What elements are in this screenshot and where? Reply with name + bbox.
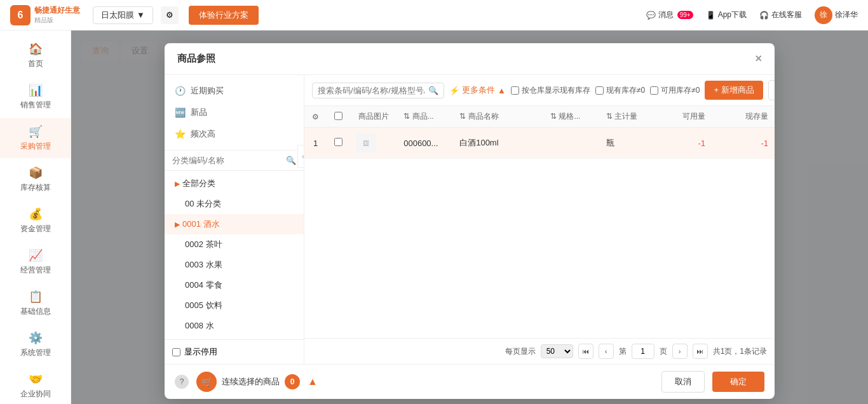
modal-right-panel: 🔍 ⚡ 更多条件 ▲ 按仓库显示现有库存 [304,75,775,364]
page-number-input[interactable] [632,344,654,359]
modal-close-button[interactable]: × [755,52,762,65]
sidebar-item-sales-label: 销售管理 [20,100,51,111]
footer-collapse-button[interactable]: ▲ [308,376,318,387]
new-product-tab[interactable]: 🆕 新品 [165,102,304,123]
row-code: 000600... [397,128,453,159]
col-name-header[interactable]: ⇅ 商品名称 [453,106,544,128]
sidebar-item-home[interactable]: 🏠 首页 [0,36,71,76]
main-content: 查询 设置 刷新 商品参照 × 🕐 [71,30,868,404]
help-button[interactable]: ? [175,375,189,389]
avail-stock-label: 可用库存≠0 [661,85,700,96]
add-product-button[interactable]: + 新增商品 [705,81,763,100]
category-search-input[interactable] [172,156,282,165]
category-item-0001[interactable]: ▶ 0001 酒水 [165,214,304,234]
customer-service-button[interactable]: 🎧 在线客服 [759,10,802,20]
row-settings: 1 [304,128,327,159]
user-menu[interactable]: 徐 徐泽华 [815,6,858,24]
select-all-checkbox[interactable] [334,112,342,120]
next-page-button[interactable]: › [672,344,688,359]
messages-badge: 99+ [677,11,693,19]
row-spec [544,128,600,159]
row-stock: -1 [712,128,775,159]
star-icon: ⭐ [175,129,186,139]
sort-icon: ⇅ [403,112,410,121]
modal-footer: ? 🛒 连续选择的商品 0 ▲ 取消 确定 [165,364,775,399]
logo-line1: 畅捷通好生意 [34,5,80,16]
refresh-button[interactable]: C 刷新 [768,80,775,100]
app-download-button[interactable]: 📱 App下载 [706,10,747,20]
category-0003-label: 0003 水果 [175,259,222,271]
clock-icon: 🕐 [175,86,186,96]
cart-count: 0 [285,374,300,389]
basic-icon: 📋 [29,290,43,304]
cancel-button[interactable]: 取消 [661,371,705,393]
per-page-select[interactable]: 50 100 200 [541,344,573,358]
arrow-0001-icon: ▶ [175,220,180,229]
sidebar-item-basic[interactable]: 📋 基础信息 [0,283,71,323]
sidebar-item-system-label: 系统管理 [20,347,51,358]
headset-icon: 🎧 [759,11,769,20]
category-item-0008[interactable]: 0008 水 [165,316,304,336]
col-avail-header[interactable]: 可用量 [649,106,712,128]
product-thumbnail: 🖼 [356,133,376,153]
frequent-tab[interactable]: ⭐ 频次高 [165,123,304,145]
sidebar-item-purchase[interactable]: 🛒 采购管理 [0,118,71,158]
category-item-00[interactable]: 00 未分类 [165,194,304,214]
col-spec-header[interactable]: ⇅ 规格... [544,106,600,128]
sidebar-item-enterprise-label: 企业协同 [20,389,51,400]
current-stock-label: 现有库存≠0 [606,85,645,96]
prev-page-button[interactable]: ‹ [599,344,614,359]
more-filters-button[interactable]: ⚡ 更多条件 ▲ [449,84,506,96]
category-item-0003[interactable]: 0003 水果 [165,255,304,275]
row-img: 🖼 [349,128,397,159]
col-code-header[interactable]: ⇅ 商品... [397,106,453,128]
sidebar-item-finance[interactable]: 💰 资金管理 [0,201,71,241]
last-page-button[interactable]: ⏭ [693,344,708,359]
product-search-input[interactable] [318,86,424,95]
arrow-icon: ▶ [175,180,180,188]
show-disabled-checkbox[interactable] [172,348,180,356]
avail-stock-checkbox[interactable] [650,86,658,95]
recent-purchase-tab[interactable]: 🕐 近期购买 [165,80,304,102]
nav-right: 💬 消息 99+ 📱 App下载 🎧 在线客服 徐 徐泽华 [646,6,858,24]
sidebar-item-inventory[interactable]: 📦 库存核算 [0,159,71,199]
logo-sub: 精品版 [34,16,80,25]
cart-label: 连续选择的商品 [222,376,280,387]
collapse-panel-button[interactable]: « [297,145,304,168]
category-item-all[interactable]: ▶ 全部分类 [165,173,304,194]
modal-overlay: 商品参照 × 🕐 近期购买 🆕 [71,30,868,404]
row-name: 白酒100ml [453,128,544,159]
sidebar-item-system[interactable]: ⚙️ 系统管理 [0,325,71,365]
first-page-button[interactable]: ⏮ [578,344,593,359]
trial-button[interactable]: 体验行业方案 [189,6,259,25]
store-selector[interactable]: 日太阳膜 ▼ [93,6,153,24]
messages-button[interactable]: 💬 消息 99+ [646,10,693,20]
sort-name-icon: ⇅ [459,112,466,121]
confirm-button[interactable]: 确定 [712,372,764,392]
sidebar-item-sales[interactable]: 📊 销售管理 [0,77,71,117]
col-settings-header: ⚙ [304,106,327,128]
sidebar-item-operation-label: 经营管理 [20,265,51,276]
search-product-icon[interactable]: 🔍 [428,86,438,95]
page-text: 第 [619,346,627,357]
col-unit-header[interactable]: ⇅ 主计量 [600,106,649,128]
search-icon[interactable]: 🔍 [286,156,296,165]
table-header: ⚙ 商品图片 ⇅ [304,106,775,128]
row-select-checkbox[interactable] [334,138,342,146]
modal-header: 商品参照 × [165,43,775,75]
sidebar-item-operation[interactable]: 📈 经营管理 [0,242,71,282]
col-stock-header[interactable]: 现存量 [712,106,775,128]
logo-icon: 6 [10,5,31,25]
category-item-0005[interactable]: 0005 饮料 [165,295,304,316]
table-row[interactable]: 1 🖼 [304,128,775,159]
category-item-0002[interactable]: 0002 茶叶 [165,234,304,255]
settings-icon[interactable]: ⚙ [161,6,179,24]
sidebar-item-enterprise[interactable]: 🤝 企业协同 [0,366,71,404]
category-search: 🔍 [165,151,304,171]
chevron-down-icon: ▼ [137,10,145,20]
cart-icon: 🛒 [196,372,217,392]
category-item-0004[interactable]: 0004 零食 [165,275,304,295]
current-stock-checkbox[interactable] [595,86,604,95]
warehouse-stock-checkbox[interactable] [511,86,519,95]
show-disabled-section: 显示停用 [165,339,304,364]
